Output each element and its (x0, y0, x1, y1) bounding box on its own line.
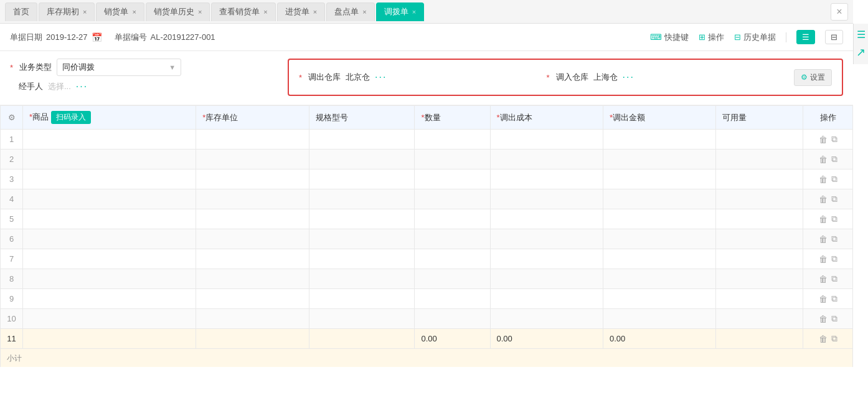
tab-purchase-order[interactable]: 进货单 × (277, 2, 325, 21)
tab-purchase-order-close[interactable]: × (313, 8, 317, 16)
tab-home[interactable]: 首页 (5, 2, 37, 21)
row-spec-5[interactable] (309, 209, 415, 229)
row-product-1[interactable] (23, 130, 196, 150)
row-spec-7[interactable] (309, 249, 415, 269)
row-cost-5[interactable] (490, 209, 603, 229)
row-delete-icon-6[interactable]: 🗑 (819, 234, 828, 244)
row-amount-5[interactable] (603, 209, 715, 229)
row-copy-icon-5[interactable]: ⧉ (831, 214, 837, 224)
row-cost-3[interactable] (490, 169, 603, 189)
row-unit-3[interactable] (196, 169, 309, 189)
business-type-select[interactable]: 同价调拨 ▼ (57, 59, 181, 76)
row-cost-7[interactable] (490, 249, 603, 269)
tab-view-sales[interactable]: 查看销货单 × (211, 2, 275, 21)
subtotal-delete-icon[interactable]: 🗑 (819, 334, 828, 344)
layout-btn-2[interactable]: ⊟ (825, 30, 843, 44)
row-product-10[interactable] (23, 309, 196, 329)
row-amount-7[interactable] (603, 249, 715, 269)
row-spec-6[interactable] (309, 229, 415, 249)
warehouse-settings-btn[interactable]: ⚙ 设置 (794, 69, 832, 86)
row-unit-6[interactable] (196, 229, 309, 249)
row-cost-6[interactable] (490, 229, 603, 249)
tab-sales-order-close[interactable]: × (132, 8, 136, 16)
tab-sales-history-close[interactable]: × (198, 8, 202, 16)
row-qty-7[interactable] (415, 249, 490, 269)
row-product-7[interactable] (23, 249, 196, 269)
handler-input[interactable]: 选择... (48, 81, 71, 92)
row-delete-icon-5[interactable]: 🗑 (819, 214, 828, 224)
row-unit-10[interactable] (196, 309, 309, 329)
tab-inventory-init[interactable]: 库存期初 × (39, 2, 95, 21)
row-cost-2[interactable] (490, 150, 603, 169)
row-copy-icon-4[interactable]: ⧉ (831, 194, 837, 204)
row-copy-icon-8[interactable]: ⧉ (831, 274, 837, 284)
row-unit-2[interactable] (196, 150, 309, 169)
row-product-4[interactable] (23, 189, 196, 209)
row-spec-10[interactable] (309, 309, 415, 329)
row-unit-7[interactable] (196, 249, 309, 269)
row-copy-icon-2[interactable]: ⧉ (831, 154, 837, 164)
row-delete-icon-1[interactable]: 🗑 (819, 135, 828, 145)
row-copy-icon-6[interactable]: ⧉ (831, 234, 837, 244)
row-cost-9[interactable] (490, 289, 603, 309)
tab-transfer[interactable]: 调拨单 × (376, 2, 424, 21)
row-delete-icon-10[interactable]: 🗑 (819, 314, 828, 324)
row-copy-icon-3[interactable]: ⧉ (831, 174, 837, 184)
row-delete-icon-8[interactable]: 🗑 (819, 274, 828, 284)
row-unit-4[interactable] (196, 189, 309, 209)
row-cost-4[interactable] (490, 189, 603, 209)
shortcut-action[interactable]: ⌨ 快捷键 (650, 32, 689, 43)
transfer-in-dots[interactable]: ··· (623, 72, 634, 83)
row-delete-icon-4[interactable]: 🗑 (819, 194, 828, 204)
row-qty-5[interactable] (415, 209, 490, 229)
row-copy-icon-7[interactable]: ⧉ (831, 254, 837, 264)
row-amount-10[interactable] (603, 309, 715, 329)
row-amount-8[interactable] (603, 269, 715, 289)
tab-sales-order[interactable]: 销货单 × (96, 2, 144, 21)
scan-btn[interactable]: 扫码录入 (51, 111, 91, 124)
tab-sales-history[interactable]: 销货单历史 × (146, 2, 210, 21)
row-spec-3[interactable] (309, 169, 415, 189)
row-copy-icon-1[interactable]: ⧉ (831, 134, 837, 145)
row-spec-2[interactable] (309, 150, 415, 169)
row-product-5[interactable] (23, 209, 196, 229)
row-unit-1[interactable] (196, 130, 309, 150)
row-product-2[interactable] (23, 150, 196, 169)
row-delete-icon-3[interactable]: 🗑 (819, 174, 828, 184)
row-amount-9[interactable] (603, 289, 715, 309)
row-copy-icon-9[interactable]: ⧉ (831, 293, 837, 304)
tab-inventory-init-close[interactable]: × (83, 8, 87, 16)
row-cost-8[interactable] (490, 269, 603, 289)
row-copy-icon-10[interactable]: ⧉ (831, 313, 837, 324)
sidebar-list-icon[interactable]: ☰ (857, 29, 866, 40)
history-action[interactable]: ⊟ 历史单据 (734, 32, 776, 43)
row-amount-6[interactable] (603, 229, 715, 249)
row-qty-6[interactable] (415, 229, 490, 249)
calendar-icon[interactable]: 📅 (92, 32, 102, 42)
operation-action[interactable]: ⊞ 操作 (699, 32, 724, 43)
row-cost-1[interactable] (490, 130, 603, 150)
handler-dots[interactable]: ··· (76, 81, 88, 92)
layout-btn-1[interactable]: ☰ (796, 30, 815, 44)
row-delete-icon-7[interactable]: 🗑 (819, 254, 828, 264)
row-amount-2[interactable] (603, 150, 715, 169)
tab-stocktake-close[interactable]: × (362, 8, 366, 16)
tab-view-sales-close[interactable]: × (263, 8, 267, 16)
subtotal-copy-icon[interactable]: ⧉ (831, 333, 837, 344)
row-qty-4[interactable] (415, 189, 490, 209)
row-unit-8[interactable] (196, 269, 309, 289)
row-amount-3[interactable] (603, 169, 715, 189)
transfer-out-dots[interactable]: ··· (375, 72, 387, 83)
row-qty-8[interactable] (415, 269, 490, 289)
row-amount-4[interactable] (603, 189, 715, 209)
row-amount-1[interactable] (603, 130, 715, 150)
row-qty-10[interactable] (415, 309, 490, 329)
row-product-3[interactable] (23, 169, 196, 189)
row-delete-icon-2[interactable]: 🗑 (819, 155, 828, 164)
row-qty-3[interactable] (415, 169, 490, 189)
row-unit-9[interactable] (196, 289, 309, 309)
row-qty-2[interactable] (415, 150, 490, 169)
tab-stocktake[interactable]: 盘点单 × (326, 2, 374, 21)
row-product-9[interactable] (23, 289, 196, 309)
row-spec-1[interactable] (309, 130, 415, 150)
